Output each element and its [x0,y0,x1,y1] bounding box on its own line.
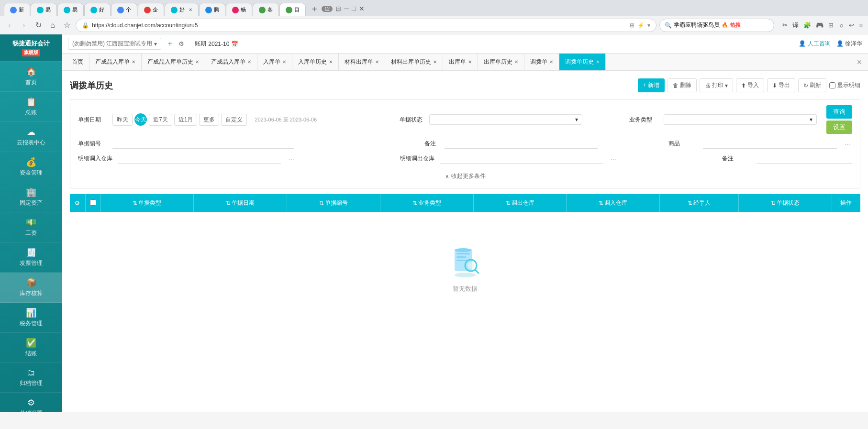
refresh-page-btn[interactable]: ↻ 刷新 [798,78,826,92]
sidebar-item-closeout[interactable]: ✅ 结账 [0,333,62,363]
goods-input[interactable] [703,139,837,149]
tab-home[interactable]: 首页 [66,54,89,70]
browser-tab-9[interactable]: 畅 [226,3,252,16]
user-avatar[interactable]: 👤 徐泽华 [836,40,862,48]
sidebar-item-inventory[interactable]: 📦 库存核算 [0,273,62,303]
tab-material-out[interactable]: 材料出库单 ✕ [339,54,385,70]
browser-tab-1[interactable]: 新 [4,3,30,16]
th-biz-type[interactable]: ⇅ 业务类型 [380,194,473,212]
business-select[interactable]: ▾ [664,114,817,125]
tab-transfer[interactable]: 调拨单 ✕ [524,54,559,70]
browser-tab-4[interactable]: 好 [84,3,111,16]
browser-tab-3[interactable]: 易 [57,3,84,16]
tab-close-transfer-hist[interactable]: ✕ [596,59,600,65]
tab-finished-in[interactable]: 产成品入库单 ✕ [89,54,142,70]
yesterday-btn[interactable]: 昨天 [112,114,133,126]
tabs-close-all-btn[interactable]: ✕ [855,56,864,68]
sidebar-item-finance[interactable]: 💰 资金管理 [0,152,62,182]
sidebar-item-archive[interactable]: 🗂 归档管理 [0,363,62,393]
extension-icon[interactable]: 🧩 [802,20,812,30]
tab-close-outbound-hist[interactable]: ✕ [514,59,518,65]
tab-close-inbound-hist[interactable]: ✕ [329,59,333,65]
th-doc-no[interactable]: ⇅ 单据编号 [287,194,380,212]
today-btn[interactable]: 今天 [134,113,147,126]
maximize-btn[interactable]: □ [352,5,356,12]
new-btn[interactable]: + 新增 [638,78,665,92]
print-btn[interactable]: 🖨 打印 ▾ [700,78,733,92]
remark-input[interactable] [445,139,598,149]
tab-inbound-hist[interactable]: 入库单历史 ✕ [292,54,339,70]
game-icon[interactable]: 🎮 [814,20,825,30]
browser-tab-7[interactable]: 好 ✕ [165,3,199,16]
sidebar-item-assets[interactable]: 🏢 固定资产 [0,182,62,212]
minimize-btn[interactable]: ─ [344,5,349,12]
tab-finished-in-hist[interactable]: 产成品入库单历史 ✕ [142,54,205,70]
display-toggle[interactable]: 显示明细 [829,81,860,89]
search-box[interactable]: 🔍 学霸应聘场驱鸟员 🔥 热搜 [659,19,774,32]
close-btn[interactable]: ✕ [359,5,365,12]
tab-close-finished-in2[interactable]: ✕ [247,59,251,65]
service-btn[interactable]: 👤 人工咨询 [799,40,830,48]
doc-num-input[interactable] [112,139,294,149]
th-checkbox[interactable] [85,194,100,212]
out-warehouse-input[interactable] [440,154,603,164]
import-btn[interactable]: ⬆ 导入 [736,78,764,92]
browser-tab-11[interactable]: 目 [279,3,306,16]
back-btn[interactable]: ‹ [4,20,15,31]
more-btn[interactable]: 更多 [199,114,219,126]
tab-close-material-out[interactable]: ✕ [375,59,379,65]
home-btn[interactable]: ⌂ [47,20,58,31]
note-input[interactable] [757,154,852,164]
sidebar-item-reports[interactable]: ☁ 云报表中心 [0,122,62,152]
tab-close-7[interactable]: ✕ [189,7,192,12]
out-warehouse-dots[interactable]: ··· [609,155,618,163]
new-tab-btn[interactable]: ＋ [310,3,319,14]
address-bar[interactable]: 🔒 https://cloud.chanjet.com/accounting/u… [76,19,657,32]
tab-finished-in2[interactable]: 产成品入库单 ✕ [205,54,257,70]
forward-btn[interactable]: › [18,20,30,31]
status-select[interactable]: ▾ [429,114,582,125]
browser-tab-5[interactable]: 个 [111,3,137,16]
th-in-warehouse[interactable]: ⇅ 调入仓库 [567,194,660,212]
browser-tab-6[interactable]: 企 [138,3,164,16]
goods-dots[interactable]: ··· [843,140,852,148]
undo-icon[interactable]: ↩ [847,20,856,30]
sidebar-item-settings[interactable]: ⚙ 基础设置 [0,393,62,412]
menu-icon[interactable]: ≡ [857,20,864,30]
select-all-checkbox[interactable] [90,199,96,206]
tab-outbound-hist[interactable]: 出库单历史 ✕ [478,54,524,70]
sidebar-item-invoice[interactable]: 🧾 发票管理 [0,242,62,273]
th-status[interactable]: ⇅ 单据状态 [738,194,832,212]
window-btn[interactable]: ⊟ [335,5,341,12]
add-company-btn[interactable]: ＋ [166,39,174,49]
in-warehouse-input[interactable] [118,154,281,164]
brightness-icon[interactable]: ☼ [837,20,846,30]
settings-filter-btn[interactable]: 设置 [826,121,852,134]
th-out-warehouse[interactable]: ⇅ 调出仓库 [473,194,567,212]
tab-close-material-out-hist[interactable]: ✕ [433,59,437,65]
sidebar-item-payroll[interactable]: 💵 工资 [0,212,62,242]
scissors-icon[interactable]: ✂ [781,20,789,30]
delete-btn[interactable]: 🗑 删除 [668,78,697,92]
export-btn[interactable]: ⬇ 导出 [767,78,795,92]
browser-tab-2[interactable]: 易 [31,3,57,16]
tab-close-finished-in-hist[interactable]: ✕ [195,59,199,65]
tab-close-transfer[interactable]: ✕ [549,59,553,65]
search-btn[interactable]: 查询 [826,105,852,119]
sidebar-item-home[interactable]: 🏠 首页 [0,62,62,92]
tab-transfer-hist[interactable]: 调拨单历史 ✕ [559,54,606,70]
th-gear[interactable]: ⚙ [70,194,85,212]
browser-tab-10[interactable]: 各 [253,3,279,16]
translate-icon[interactable]: 译 [791,20,800,31]
7days-btn[interactable]: 近7天 [149,114,172,126]
sidebar-item-ledger[interactable]: 📋 总账 [0,92,62,122]
refresh-btn[interactable]: ↻ [33,20,44,31]
tab-outbound[interactable]: 出库单 ✕ [443,54,478,70]
th-handler[interactable]: ⇅ 经手人 [660,194,738,212]
settings-gear-icon[interactable]: ⚙ [178,40,184,47]
browser-tab-8[interactable]: 腾 [199,3,225,16]
tab-close-outbound[interactable]: ✕ [468,59,472,65]
tab-close-finished-in[interactable]: ✕ [132,59,135,65]
collapse-btn[interactable]: ∧ 收起更多条件 [445,170,486,182]
th-doc-type[interactable]: ⇅ 单据类型 [100,194,194,212]
